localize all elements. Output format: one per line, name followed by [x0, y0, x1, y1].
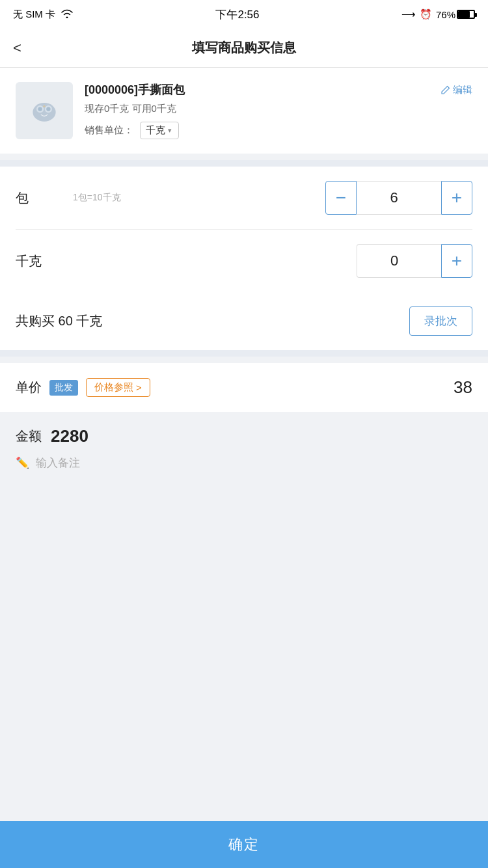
amount-label: 金额 [16, 427, 42, 445]
bag-sublabel: 1包=10千克 [73, 192, 325, 204]
confirm-button[interactable]: 确定 [0, 821, 488, 868]
summary-text: 共购买 60 千克 [16, 312, 102, 330]
kg-label: 千克 [16, 252, 68, 270]
product-card: [0000006]手撕面包 编辑 现存0千克 可用0千克 销售单位： 千克 ▾ [0, 68, 488, 154]
amount-value: 2280 [51, 426, 88, 446]
svg-point-4 [46, 107, 50, 111]
pencil-icon: ✏️ [16, 456, 29, 470]
edit-label: 编辑 [453, 84, 472, 96]
status-right: ⟶ ⏰ 76% [401, 8, 475, 20]
price-value: 38 [454, 377, 472, 398]
status-left: 无 SIM 卡 [13, 8, 74, 21]
battery-label: 76% [436, 9, 455, 20]
product-title-row: [0000006]手撕面包 编辑 [85, 82, 472, 98]
main-spacer [0, 477, 488, 672]
note-row[interactable]: ✏️ 输入备注 [16, 455, 472, 470]
product-stock: 现存0千克 可用0千克 [85, 103, 472, 115]
product-info: [0000006]手撕面包 编辑 现存0千克 可用0千克 销售单位： 千克 ▾ [85, 82, 472, 139]
bag-minus-button[interactable]: − [325, 181, 357, 215]
price-section: 单价 批发 价格参照 > 38 [0, 363, 488, 412]
alarm-icon: ⏰ [420, 8, 432, 20]
section-divider-1 [0, 160, 488, 167]
quantity-row-kg: 千克 + [16, 230, 472, 292]
confirm-label: 确定 [228, 835, 260, 854]
summary-row: 共购买 60 千克 录批次 [0, 292, 488, 350]
price-ref-button[interactable]: 价格参照 > [86, 378, 150, 397]
product-thumbnail [16, 82, 73, 139]
wifi-icon [61, 9, 74, 20]
product-unit-row: 销售单位： 千克 ▾ [85, 122, 472, 139]
bag-plus-button[interactable]: + [441, 181, 472, 215]
location-icon: ⟶ [401, 8, 416, 20]
status-time: 下午2:56 [215, 7, 259, 22]
input-section: 包 1包=10千克 − + 千克 + [0, 167, 488, 292]
price-batch-tag: 批发 [49, 380, 78, 396]
price-label: 单价 [16, 379, 42, 396]
status-bar: 无 SIM 卡 下午2:56 ⟶ ⏰ 76% [0, 0, 488, 29]
chevron-down-icon: ▾ [168, 126, 172, 135]
price-ref-label: 价格参照 [94, 381, 133, 394]
edit-button[interactable]: 编辑 [441, 84, 472, 96]
carrier-label: 无 SIM 卡 [13, 8, 55, 21]
nav-bar: < 填写商品购买信息 [0, 29, 488, 68]
chevron-right-icon: > [136, 382, 142, 393]
batch-button[interactable]: 录批次 [409, 306, 472, 336]
amount-row: 金额 2280 [16, 426, 472, 446]
amount-section: 金额 2280 ✏️ 输入备注 [0, 412, 488, 477]
kg-qty-input[interactable] [357, 244, 441, 278]
unit-select[interactable]: 千克 ▾ [140, 122, 179, 139]
price-row: 单价 批发 价格参照 > 38 [16, 377, 472, 398]
battery-icon [457, 10, 475, 19]
page-title: 填写商品购买信息 [192, 39, 296, 57]
bag-label: 包 [16, 189, 68, 207]
svg-point-3 [38, 107, 42, 111]
unit-label: 销售单位： [85, 124, 133, 137]
product-name: [0000006]手撕面包 [85, 82, 185, 98]
kg-qty-controls: + [357, 244, 472, 278]
note-placeholder: 输入备注 [36, 455, 80, 470]
unit-value: 千克 [146, 124, 165, 137]
bag-qty-controls: − + [325, 181, 472, 215]
back-button[interactable]: < [13, 40, 21, 57]
bag-qty-input[interactable] [357, 181, 441, 215]
quantity-row-bag: 包 1包=10千克 − + [16, 167, 472, 230]
section-divider-2 [0, 350, 488, 357]
kg-plus-button[interactable]: + [441, 244, 472, 278]
